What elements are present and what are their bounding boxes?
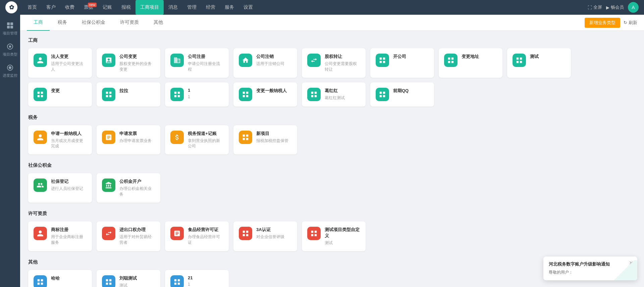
- card-gongsi-zhuce[interactable]: 公司注册 申请公司注册全流程: [165, 48, 229, 78]
- card-qianqi-qq[interactable]: 前期QQ: [370, 82, 434, 106]
- card-gongsi-biangeng[interactable]: 公司变更 股权变更外的业务变更: [97, 48, 160, 78]
- project-management-icon: [6, 21, 14, 29]
- card-biangeng-dizhi[interactable]: 变更地址: [439, 48, 502, 78]
- notification-decoration: [610, 260, 637, 280]
- svg-rect-44: [243, 134, 245, 136]
- svg-rect-39: [315, 95, 317, 97]
- nav-operation[interactable]: 经营: [201, 0, 220, 15]
- card-21[interactable]: 21 1: [165, 270, 229, 287]
- card-icon-lc-cs: [102, 275, 115, 287]
- nav-home[interactable]: 首页: [23, 0, 42, 15]
- sidebar-item-project-management[interactable]: 项目管理: [0, 18, 20, 39]
- vip-icon: ▶: [606, 5, 609, 10]
- card-text-cs: 测试: [530, 54, 566, 61]
- card-text-bg: 变更: [51, 88, 87, 95]
- card-shangbiao-zhuce[interactable]: 商标注册 用于企业商标注册服务: [28, 221, 92, 251]
- svg-rect-41: [383, 91, 385, 93]
- tab-tax[interactable]: 税务: [51, 15, 74, 31]
- card-text-3a: 3A认证 对企业信誉评级: [256, 227, 292, 240]
- card-icon-sb-dj: [34, 178, 47, 192]
- card-shuiwu-baodao[interactable]: 税务报道+记账 拿到营业执照的新公司: [165, 125, 229, 155]
- card-shipin-xuke[interactable]: 食品经营许可证 办理食品经营许可证: [165, 221, 229, 251]
- shuiwu-cards-grid: 申请一般纳税人 当月或次月成变更完成 申请发票 办理申请发票业务 税务报道+: [28, 125, 636, 155]
- svg-rect-36: [311, 91, 313, 93]
- content-area: 工商 法人变更 适用于公司变更法人 公司变更 股权变更外的业务变更: [20, 31, 644, 287]
- card-icon-cs-lx: [307, 227, 321, 240]
- nav-bookkeeping[interactable]: 记账: [98, 0, 117, 15]
- nav-ticket[interactable]: 票据 new: [79, 0, 98, 15]
- nav-customer[interactable]: 客户: [42, 0, 60, 15]
- card-icon-gongsi-zc: [170, 54, 184, 67]
- card-icon-sp-xk: [170, 227, 184, 240]
- card-gongjijin-kaihu[interactable]: 公积金开户 办理公积金相关业务: [97, 173, 160, 203]
- svg-rect-10: [380, 61, 382, 63]
- card-text-gq-zr: 股权转让 公司变更需要股权转让: [325, 54, 360, 72]
- svg-rect-53: [315, 231, 317, 233]
- refresh-button[interactable]: ↻ 刷新: [624, 20, 637, 26]
- logo[interactable]: ✿: [5, 1, 17, 13]
- svg-rect-56: [38, 279, 40, 281]
- svg-rect-16: [517, 58, 519, 60]
- card-kai-gongsi[interactable]: 开公司: [370, 48, 434, 78]
- tabs-bar: 工商 税务 社保公积金 许可资质 其他 新增业务类型 ↻ 刷新: [20, 15, 644, 31]
- card-lala[interactable]: 拉拉: [97, 82, 160, 106]
- svg-rect-34: [243, 95, 245, 97]
- sidebar-item-progress-monitor[interactable]: 进度监控: [0, 60, 20, 81]
- card-gehonghong[interactable]: 葛红红 葛红红测试: [302, 82, 366, 106]
- progress-monitor-icon: [6, 64, 14, 72]
- svg-rect-49: [246, 231, 248, 233]
- card-shenqing-yiban[interactable]: 申请一般纳税人 当月或次月成变更完成: [28, 125, 92, 155]
- card-ceshi-leixing[interactable]: 测试项目类型自定义 测试: [302, 221, 366, 251]
- svg-rect-60: [106, 279, 108, 281]
- card-ceshi[interactable]: 测试: [507, 48, 571, 78]
- gongshang-cards-grid: 法人变更 适用于公司变更法人 公司变更 股权变更外的业务变更: [28, 48, 636, 106]
- nav-industrial[interactable]: 工商项目: [136, 0, 164, 15]
- card-icon-jck-bl: [102, 227, 115, 240]
- card-1[interactable]: 1 1: [165, 82, 229, 106]
- nav-message[interactable]: 消息: [164, 0, 182, 15]
- card-bg-yiban[interactable]: 变更一般纳税人: [233, 82, 297, 106]
- card-jinchukou-banli[interactable]: 进出口权办理 适用于对外贸易经营者: [97, 221, 160, 251]
- section-title-shuiwu: 税务: [28, 115, 636, 121]
- tab-social-security[interactable]: 社保公积金: [75, 15, 112, 31]
- vip-button[interactable]: ▶ 畅会员: [606, 4, 624, 10]
- section-title-xuke: 许可资质: [28, 211, 636, 217]
- card-xin-xiangmu[interactable]: 新项目 报税加税控盘保管: [233, 125, 297, 155]
- shebao-cards-grid: 社保登记 进行人员社保登记 公积金开户 办理公积金相关业务: [28, 173, 636, 203]
- card-text-haha: 哈哈: [51, 275, 87, 283]
- svg-rect-26: [106, 95, 108, 97]
- fullscreen-button[interactable]: ⛶ 全屏: [588, 4, 602, 10]
- card-guquan-zhuanrang[interactable]: 股权转让 公司变更需要股权转让: [302, 48, 366, 78]
- svg-rect-13: [451, 58, 453, 60]
- nav-billing[interactable]: 收费: [60, 0, 79, 15]
- card-icon-sb-zc: [34, 227, 47, 240]
- svg-rect-35: [246, 95, 248, 97]
- tab-other[interactable]: 其他: [147, 15, 170, 31]
- new-type-button[interactable]: 新增业务类型: [585, 18, 620, 28]
- svg-rect-47: [246, 138, 248, 140]
- card-biangeng[interactable]: 变更: [28, 82, 92, 106]
- card-shenqing-fapiao[interactable]: 申请发票 办理申请发票业务: [97, 125, 160, 155]
- nav-menu: 首页 客户 收费 票据 new 记账 报税 工商项目 消息 管理 经营 服务 设…: [23, 0, 588, 15]
- card-shebao-dengji[interactable]: 社保登记 进行人员社保登记: [28, 173, 92, 203]
- svg-rect-8: [380, 58, 382, 60]
- nav-management[interactable]: 管理: [182, 0, 201, 15]
- card-text-lc-cs: 刘聪测试 测试: [119, 275, 155, 287]
- nav-settings[interactable]: 设置: [239, 0, 258, 15]
- nav-service[interactable]: 服务: [220, 0, 239, 15]
- card-text-sb-zc: 商标注册 用于企业商标注册服务: [51, 227, 87, 245]
- card-faren-biangeng[interactable]: 法人变更 适用于公司变更法人: [28, 48, 92, 78]
- card-gongsi-zhuxiao[interactable]: 公司注销 适用于注销公司: [233, 48, 297, 78]
- svg-rect-48: [243, 231, 245, 233]
- tab-license[interactable]: 许可资质: [113, 15, 146, 31]
- nav-tax[interactable]: 报税: [117, 0, 136, 15]
- tab-industrial[interactable]: 工商: [27, 15, 50, 31]
- sidebar-item-project-type[interactable]: 项目类型: [0, 39, 20, 60]
- card-icon-3a: [239, 227, 252, 240]
- user-avatar[interactable]: A: [628, 2, 639, 13]
- card-haha[interactable]: 哈哈: [28, 270, 92, 287]
- card-icon-ghh: [307, 88, 321, 101]
- card-3a-renzheng[interactable]: 3A认证 对企业信誉评级: [233, 221, 297, 251]
- svg-rect-33: [246, 91, 248, 93]
- card-liucong-ceshi[interactable]: 刘聪测试 测试: [97, 270, 160, 287]
